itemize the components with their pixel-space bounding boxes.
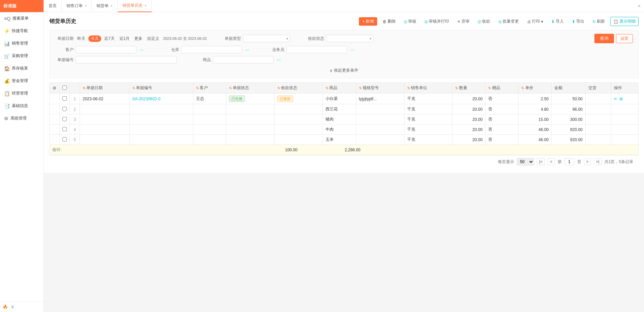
sidebar-bottom-icon2[interactable]: ⏸	[10, 305, 15, 309]
select-all-checkbox[interactable]	[62, 85, 67, 90]
row-doc-no[interactable]	[129, 125, 193, 135]
row-checkbox-cell[interactable]	[60, 104, 70, 114]
col-price[interactable]: ⇅ 单价	[519, 83, 552, 94]
sort-icon[interactable]: ⇅	[359, 86, 362, 90]
goods-input[interactable]	[213, 56, 274, 63]
sort-icon[interactable]: ⇅	[407, 86, 410, 90]
export-button[interactable]: ⬆ 导出	[569, 17, 587, 26]
shortcut-1month[interactable]: 近1月	[118, 35, 132, 42]
col-doc-date[interactable]: ⇅ 单据日期	[80, 83, 130, 94]
col-qty[interactable]: ⇅ 数量	[452, 83, 485, 94]
row-checkbox[interactable]	[62, 117, 67, 121]
batch-change-button[interactable]: ◎ 批量变更	[496, 17, 522, 26]
row-doc-no[interactable]: SA-20230602-0	[129, 94, 193, 104]
col-pay-status[interactable]: ⇅ 收款状态	[274, 83, 323, 94]
row-doc-no[interactable]	[129, 114, 193, 125]
row-doc-no[interactable]	[129, 104, 193, 114]
col-unit[interactable]: ⇅ 销售单位	[404, 83, 452, 94]
audit-button[interactable]: ◎ 审核	[401, 17, 419, 26]
row-checkbox[interactable]	[62, 96, 67, 101]
shortcut-today[interactable]: 今天	[88, 35, 101, 42]
col-spec[interactable]: ⇅ 规格型号	[356, 83, 404, 94]
shortcut-custom[interactable]: 自定义	[145, 35, 161, 42]
doc-type-select[interactable]	[243, 35, 290, 42]
tab-sales-history[interactable]: 销货单历史 ×	[118, 0, 152, 12]
sidebar-item-sales-mgmt[interactable]: 📊 销售管理	[0, 37, 44, 50]
row-checkbox-cell[interactable]	[60, 135, 70, 145]
col-delivery[interactable]: 交货	[585, 83, 611, 94]
last-page-button[interactable]: >|	[594, 158, 602, 165]
audit-print-button[interactable]: ◎ 审核并打印	[422, 17, 452, 26]
abandon-button[interactable]: ✕ 弃审	[454, 17, 472, 26]
next-page-button[interactable]: >	[584, 158, 591, 165]
doc-no-link[interactable]: SA-20230602-0	[132, 97, 161, 101]
sort-icon[interactable]: ⇅	[488, 86, 491, 90]
col-settings[interactable]: ⚙	[50, 83, 60, 94]
docno-input[interactable]	[76, 56, 177, 63]
sidebar-item-quick-nav[interactable]: ⚡ 快捷导航	[0, 25, 44, 37]
col-doc-status[interactable]: ⇅ 单据状态	[226, 83, 274, 94]
sidebar-item-sys-mgmt[interactable]: ⚙ 系统管理	[0, 112, 44, 125]
shortcut-7days[interactable]: 近7天	[103, 35, 116, 42]
sort-icon[interactable]: ⇅	[83, 86, 85, 90]
row-checkbox-cell[interactable]	[60, 114, 70, 125]
collapse-button[interactable]: ∧ 收起更多条件	[55, 66, 633, 75]
col-goods[interactable]: ⇅ 商品	[323, 83, 356, 94]
edit-action[interactable]: ✏	[614, 97, 617, 101]
customer-input[interactable]	[76, 46, 136, 53]
collect-button[interactable]: ◎ 收款	[475, 17, 493, 26]
col-checkbox[interactable]	[60, 83, 70, 94]
show-detail-button[interactable]: 📋 显示明细	[610, 17, 639, 26]
warehouse-dots[interactable]: ···	[244, 47, 251, 52]
refresh-button[interactable]: ↻ 刷新	[590, 17, 608, 26]
new-button[interactable]: + 新增	[359, 17, 377, 26]
shortcut-yesterday[interactable]: 昨天	[76, 35, 87, 42]
sidebar-item-inventory[interactable]: 🏠 库存核算	[0, 62, 44, 75]
close-sales-delivery-icon[interactable]: ×	[111, 4, 113, 8]
sidebar-bottom-icon1[interactable]: 🔥	[3, 305, 8, 309]
customer-dots[interactable]: ···	[138, 47, 145, 52]
delete-button[interactable]: 🗑 删除	[380, 17, 398, 26]
close-sales-order-icon[interactable]: ×	[85, 4, 87, 8]
import-button[interactable]: ⬇ 导入	[549, 17, 566, 26]
sort-icon[interactable]: ⇅	[196, 86, 199, 90]
prev-page-button[interactable]: <	[548, 158, 555, 165]
tabs-close-all[interactable]: ×	[638, 3, 644, 9]
sort-icon[interactable]: ⇅	[521, 86, 524, 90]
row-doc-no[interactable]	[129, 135, 193, 145]
print-button[interactable]: 🖨 打印 ▾	[524, 17, 546, 26]
sort-icon[interactable]: ⇅	[326, 86, 328, 90]
page-number-input[interactable]	[564, 158, 575, 165]
warehouse-input[interactable]	[181, 46, 242, 53]
sort-icon[interactable]: ⇅	[277, 86, 280, 90]
col-customer[interactable]: ⇅ 客户	[193, 83, 226, 94]
row-checkbox-cell[interactable]	[60, 94, 70, 104]
sidebar-item-ops-mgmt[interactable]: 📋 经营管理	[0, 87, 44, 100]
close-sales-history-icon[interactable]: ×	[145, 4, 147, 7]
sidebar-item-funds-mgmt[interactable]: 💰 资金管理	[0, 75, 44, 87]
goods-dots[interactable]: ···	[276, 57, 282, 62]
row-checkbox-cell[interactable]	[60, 125, 70, 135]
tab-sales-delivery[interactable]: 销货单 ×	[92, 0, 118, 12]
sidebar-item-search-menu[interactable]: ≡Q 搜索菜单	[0, 12, 44, 25]
shortcut-more[interactable]: 更多	[133, 35, 144, 42]
more-action[interactable]: ⊞	[619, 97, 623, 101]
setup-button[interactable]: 设置	[616, 34, 633, 43]
staff-input[interactable]	[286, 46, 347, 53]
tab-home[interactable]: 首页	[44, 0, 62, 12]
sort-icon[interactable]: ⇅	[455, 86, 458, 90]
sort-icon[interactable]: ⇅	[229, 86, 232, 90]
payment-status-select[interactable]	[326, 35, 373, 42]
row-checkbox[interactable]	[62, 127, 67, 131]
first-page-button[interactable]: |<	[537, 158, 545, 165]
row-checkbox[interactable]	[62, 107, 67, 111]
col-amount[interactable]: 金额	[552, 83, 585, 94]
row-checkbox[interactable]	[62, 137, 67, 141]
sort-icon[interactable]: ⇅	[132, 86, 135, 90]
col-gift[interactable]: ⇅ 赠品	[485, 83, 519, 94]
staff-dots[interactable]: ···	[349, 47, 356, 52]
per-page-select[interactable]: 50 100 200	[517, 158, 534, 165]
tab-sales-order[interactable]: 销售订单 ×	[62, 0, 92, 12]
col-doc-no[interactable]: ⇅ 单据编号	[129, 83, 193, 94]
query-button[interactable]: 查询	[594, 34, 614, 43]
